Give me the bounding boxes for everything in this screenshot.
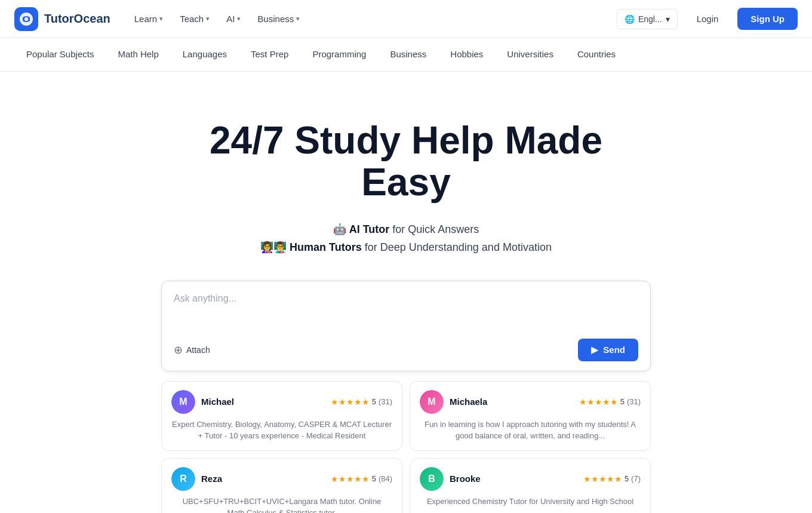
subnav: Popular Subjects Math Help Languages Tes… — [0, 38, 812, 72]
logo[interactable]: TutorOcean — [14, 7, 110, 31]
subnav-item-popular[interactable]: Popular Subjects — [14, 38, 106, 71]
nav-item-business[interactable]: Business ▾ — [250, 9, 307, 29]
avatar: R — [171, 467, 195, 491]
tutor-description: Experienced Chemistry Tutor for Universi… — [420, 496, 641, 508]
rating-value: 5 — [372, 474, 376, 483]
subnav-item-countries[interactable]: Countries — [565, 38, 628, 71]
hero-title: 24/7 Study Help Made Easy — [197, 119, 615, 204]
subnav-item-programming[interactable]: Programming — [300, 38, 378, 71]
avatar: M — [420, 390, 444, 414]
tutor-card-brooke[interactable]: B Brooke ★★★★★ 5 (7) Experienced Chemist… — [410, 458, 651, 513]
subnav-item-testprep[interactable]: Test Prep — [239, 38, 300, 71]
tutor-info: M Michael — [171, 390, 234, 414]
star-icons: ★★★★★ — [579, 397, 618, 407]
logo-text: TutorOcean — [44, 12, 110, 26]
ai-tutor-label: AI Tutor — [349, 223, 390, 235]
hero-subtitle: 🤖 AI Tutor for Quick Answers 👩‍🏫👨‍🏫 Huma… — [260, 220, 552, 257]
attach-icon: ⊕ — [174, 343, 183, 357]
nav-item-learn[interactable]: Learn ▾ — [127, 9, 170, 29]
avatar-letter: B — [420, 467, 444, 491]
tutor-name: Michaela — [450, 397, 487, 407]
chevron-down-icon: ▾ — [666, 14, 670, 24]
tutor-card-header: R Reza ★★★★★ 5 (84) — [171, 467, 392, 491]
language-selector[interactable]: 🌐 Engl... ▾ — [617, 9, 678, 29]
login-button[interactable]: Login — [685, 9, 731, 29]
send-button[interactable]: ▶ Send — [578, 339, 638, 361]
tutor-grid: M Michael ★★★★★ 5 (31) Expert Chemistry,… — [161, 381, 651, 513]
search-input[interactable] — [174, 293, 638, 329]
tutor-description: Fun in learning is how I approach tutori… — [420, 419, 641, 442]
rating-count: (7) — [631, 474, 641, 483]
chevron-down-icon: ▾ — [296, 15, 300, 23]
navbar-right: 🌐 Engl... ▾ Login Sign Up — [617, 8, 798, 30]
chevron-down-icon: ▾ — [159, 15, 163, 23]
star-icons: ★★★★★ — [583, 474, 622, 484]
chevron-down-icon: ▾ — [206, 15, 210, 23]
navbar: TutorOcean Learn ▾ Teach ▾ AI ▾ Business… — [0, 0, 812, 38]
tutor-description: Expert Chemistry, Biology, Anatomy, CASP… — [171, 419, 392, 442]
chevron-down-icon: ▾ — [237, 15, 241, 23]
subnav-item-hobbies[interactable]: Hobbies — [438, 38, 495, 71]
tutor-card-header: M Michael ★★★★★ 5 (31) — [171, 390, 392, 414]
tutor-name: Reza — [201, 474, 222, 484]
svg-point-1 — [24, 17, 28, 21]
avatar-letter: M — [420, 390, 444, 414]
avatar-letter: M — [171, 390, 195, 414]
avatar-letter: R — [171, 467, 195, 491]
subnav-item-universities[interactable]: Universities — [495, 38, 565, 71]
attach-button[interactable]: ⊕ Attach — [174, 341, 210, 359]
search-box: ⊕ Attach ▶ Send — [161, 281, 651, 371]
search-footer: ⊕ Attach ▶ Send — [174, 339, 638, 361]
star-icons: ★★★★★ — [331, 397, 370, 407]
rating-count: (31) — [379, 397, 392, 406]
send-icon: ▶ — [591, 345, 598, 355]
tutor-info: B Brooke — [420, 467, 481, 491]
subnav-item-languages[interactable]: Languages — [171, 38, 239, 71]
nav-item-teach[interactable]: Teach ▾ — [173, 9, 217, 29]
tutor-card-michaela[interactable]: M Michaela ★★★★★ 5 (31) Fun in learning … — [410, 381, 651, 451]
rating-value: 5 — [625, 474, 629, 483]
ai-tutor-line: 🤖 AI Tutor for Quick Answers — [260, 220, 552, 239]
human-tutor-label: Human Tutors — [290, 241, 362, 253]
rating-value: 5 — [620, 397, 625, 406]
tutor-name: Brooke — [450, 474, 481, 484]
tutor-card-reza[interactable]: R Reza ★★★★★ 5 (84) UBC+SFU+TRU+BCIT+UVI… — [161, 458, 402, 513]
human-tutor-line: 👩‍🏫👨‍🏫 Human Tutors for Deep Understandi… — [260, 238, 552, 257]
tutor-info: R Reza — [171, 467, 222, 491]
rating-count: (84) — [379, 474, 392, 483]
tutor-card-michael[interactable]: M Michael ★★★★★ 5 (31) Expert Chemistry,… — [161, 381, 402, 451]
tutor-rating: ★★★★★ 5 (84) — [331, 474, 392, 484]
human-suffix: for Deep Understanding and Motivation — [362, 241, 552, 253]
navbar-left: TutorOcean Learn ▾ Teach ▾ AI ▾ Business… — [14, 7, 307, 31]
logo-icon — [14, 7, 38, 31]
avatar: M — [171, 390, 195, 414]
tutor-name: Michael — [201, 397, 234, 407]
ai-suffix: for Quick Answers — [389, 223, 479, 235]
tutor-rating: ★★★★★ 5 (7) — [583, 474, 641, 484]
tutor-description: UBC+SFU+TRU+BCIT+UVIC+Langara Math tutor… — [171, 496, 392, 513]
tutor-rating: ★★★★★ 5 (31) — [579, 397, 641, 407]
signup-button[interactable]: Sign Up — [737, 8, 798, 30]
tutor-info: M Michaela — [420, 390, 487, 414]
avatar: B — [420, 467, 444, 491]
subnav-item-math[interactable]: Math Help — [106, 38, 170, 71]
rating-count: (31) — [627, 397, 641, 406]
star-icons: ★★★★★ — [331, 474, 370, 484]
nav-items: Learn ▾ Teach ▾ AI ▾ Business ▾ — [127, 9, 307, 29]
hero-section: 24/7 Study Help Made Easy 🤖 AI Tutor for… — [0, 72, 812, 513]
globe-icon: 🌐 — [625, 14, 635, 24]
subnav-item-business[interactable]: Business — [378, 38, 438, 71]
nav-item-ai[interactable]: AI ▾ — [219, 9, 248, 29]
rating-value: 5 — [372, 397, 376, 406]
tutor-rating: ★★★★★ 5 (31) — [331, 397, 392, 407]
tutor-card-header: B Brooke ★★★★★ 5 (7) — [420, 467, 641, 491]
tutor-card-header: M Michaela ★★★★★ 5 (31) — [420, 390, 641, 414]
